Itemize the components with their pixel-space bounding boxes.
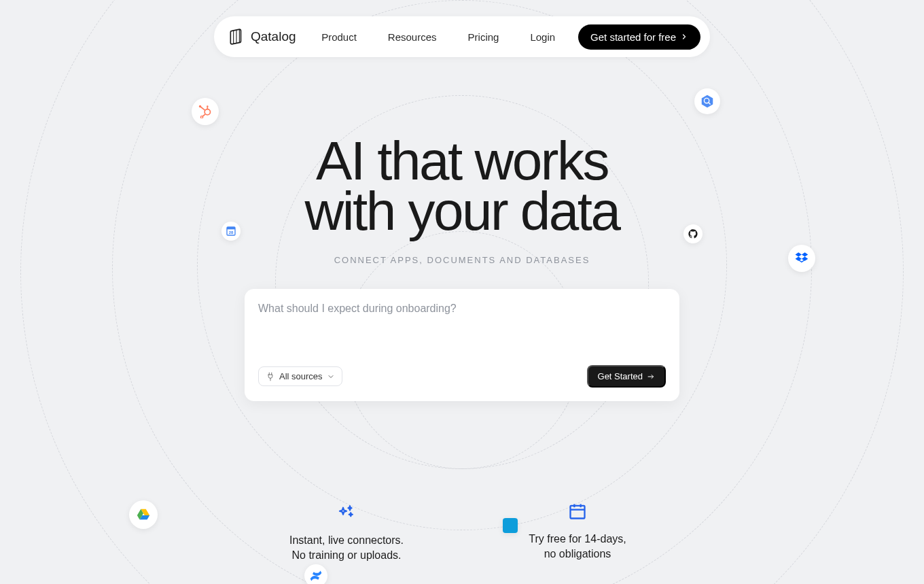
feature-2-line2: no obligations (544, 548, 611, 560)
chevron-right-icon (680, 33, 688, 41)
brand-logo[interactable]: Qatalog (228, 28, 296, 46)
hero-title-line2: with your data (304, 181, 619, 241)
svg-point-0 (205, 109, 210, 115)
confluence-icon (304, 564, 327, 584)
sources-dropdown[interactable]: All sources (258, 366, 342, 386)
hubspot-icon (192, 98, 219, 125)
calendar-icon (503, 502, 652, 521)
hero-section: AI that works with your data CONNECT APP… (0, 136, 924, 265)
prompt-box: What should I expect during onboarding? … (245, 289, 679, 401)
svg-marker-7 (702, 95, 713, 107)
arrow-right-icon (647, 373, 655, 381)
sources-label: All sources (279, 371, 323, 381)
get-started-button[interactable]: Get started for free (578, 24, 700, 50)
cta-label: Get started for free (590, 31, 676, 43)
bigquery-icon (694, 88, 720, 114)
top-nav: Qatalog Product Resources Pricing Login … (214, 16, 710, 57)
plug-icon (266, 372, 275, 381)
logo-icon (228, 28, 245, 46)
svg-point-4 (199, 105, 201, 107)
hero-title: AI that works with your data (0, 136, 924, 236)
nav-resources[interactable]: Resources (376, 26, 449, 48)
prompt-input[interactable]: What should I expect during onboarding? (258, 303, 666, 365)
sparkle-icon (272, 502, 421, 522)
feature-trial: Try free for 14-days, no obligations (503, 502, 652, 562)
feature-2-line1: Try free for 14-days, (529, 533, 626, 545)
brand-name: Qatalog (251, 29, 296, 44)
prompt-submit-button[interactable]: Get Started (587, 365, 666, 388)
google-drive-icon (129, 500, 158, 529)
svg-point-2 (207, 105, 209, 107)
svg-point-6 (200, 116, 202, 118)
nav-login[interactable]: Login (518, 26, 567, 48)
feature-1-line1: Instant, live connectors. (289, 534, 404, 546)
hero-subtitle: CONNECT APPS, DOCUMENTS AND DATABASES (0, 255, 924, 265)
prompt-submit-label: Get Started (598, 371, 643, 381)
feature-1-line2: No training or uploads. (292, 549, 402, 561)
features-row: Instant, live connectors. No training or… (272, 502, 652, 562)
feature-connectors: Instant, live connectors. No training or… (272, 502, 421, 562)
chevron-down-icon (327, 373, 335, 381)
nav-pricing[interactable]: Pricing (456, 26, 512, 48)
nav-product[interactable]: Product (309, 26, 369, 48)
svg-rect-13 (571, 506, 585, 519)
